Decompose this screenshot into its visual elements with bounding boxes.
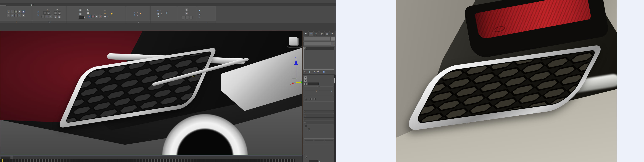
align-y-button[interactable] — [186, 16, 189, 19]
element-mode-icon[interactable]: ◆ — [22, 10, 25, 13]
steps-field[interactable] — [309, 160, 318, 162]
panel-scrollbar[interactable] — [334, 75, 336, 162]
by-vertex-checkbox[interactable] — [304, 76, 306, 78]
msmooth-button[interactable]: ⊞▾ — [158, 10, 162, 12]
track-bar-ruler[interactable] — [0, 159, 294, 162]
ignore-backfacing-checkbox[interactable] — [304, 80, 306, 82]
configure-modifier-sets-icon[interactable]: ▦ — [323, 70, 325, 73]
repeat-button[interactable]: ↻ — [87, 9, 90, 12]
dot-gap-icon[interactable]: -- — [45, 15, 48, 18]
grow-button[interactable]: ⛶ — [38, 11, 40, 13]
time-slider-marker[interactable] — [2, 159, 3, 162]
edge-mode-icon[interactable]: ⟋ — [11, 10, 14, 13]
frame-counter[interactable] — [0, 156, 11, 159]
preview-subobj-radio[interactable] — [310, 98, 312, 100]
loop-spinner[interactable]: ▲▼ — [331, 90, 332, 92]
next-frame-button[interactable] — [11, 156, 13, 159]
loop-shrink-icon[interactable]: ≡ — [47, 12, 50, 14]
ring-a-icon[interactable]: ▤ — [54, 15, 57, 18]
attach-button[interactable]: ◆▾ — [134, 14, 138, 16]
move-gizmo[interactable]: z — [280, 54, 302, 85]
show-end-result-icon[interactable]: ∥ — [309, 70, 310, 73]
relax-button[interactable]: ◖▾ — [134, 11, 138, 13]
constrain-normal-icon[interactable]: ↥ — [99, 15, 102, 18]
loop-button[interactable] — [320, 90, 331, 91]
preset-low-button[interactable] — [304, 140, 314, 141]
hierarchy-tab[interactable]: ⊞ — [314, 32, 319, 36]
pin-stack-icon[interactable]: ⊣ — [11, 14, 14, 17]
modifier-stack[interactable]: + — [304, 47, 334, 70]
qslice-button[interactable]: ✇ — [104, 10, 106, 12]
shrink-button[interactable]: ⛶ — [38, 14, 40, 16]
hard-button[interactable]: ◥ — [199, 10, 201, 12]
collapse-icon[interactable]: ● — [22, 14, 25, 17]
border-mode-icon[interactable]: ◻ — [14, 10, 18, 13]
use-displacement-button[interactable]: ▲ — [158, 15, 160, 18]
rollout-subdivision-displacement[interactable]: − — [304, 121, 334, 124]
create-button[interactable]: ✱ — [140, 12, 142, 15]
next-mod-icon[interactable]: ⇪ — [14, 14, 18, 17]
remove-modifier-icon[interactable]: ↺ — [317, 70, 319, 73]
iterations-spinner[interactable]: ▲▼ — [84, 16, 85, 18]
grow-button[interactable] — [320, 86, 334, 87]
viewport-canvas[interactable]: z — [0, 31, 302, 155]
regular-radio[interactable] — [305, 156, 308, 158]
ribbon-minimize-button[interactable]: ▣ ▾ — [29, 4, 35, 6]
motion-tab[interactable]: ◎ — [319, 32, 324, 36]
group-footer-properties[interactable]: ▼ — [197, 21, 216, 23]
subdivision-displacement-row[interactable] — [305, 125, 308, 127]
utilities-tab[interactable]: ⚒ — [330, 32, 335, 36]
preset-high-button[interactable] — [324, 140, 334, 141]
subdivision-displacement-checkbox[interactable] — [305, 125, 307, 127]
constrain-none-icon[interactable]: ✕ — [88, 15, 91, 18]
modifier-list-arrow[interactable]: ∨ — [331, 42, 335, 46]
constrain-face-icon[interactable]: ◆ — [95, 15, 98, 18]
split-mesh-row[interactable]: ✓ — [308, 128, 311, 130]
viewcube[interactable] — [287, 36, 302, 50]
preview-multi-radio[interactable] — [314, 98, 316, 100]
constrain-edge-icon[interactable]: ◇ — [92, 15, 95, 18]
rollout-edit-geometry[interactable]: + — [304, 114, 334, 117]
swift-loop-button[interactable]: ⚡ — [110, 12, 114, 15]
pin-stack-icon[interactable]: ⊣ — [304, 70, 305, 73]
viewcube-ring[interactable] — [287, 46, 302, 48]
smooth-30-button[interactable]: ◡ — [199, 15, 201, 18]
steps-spinner[interactable]: ▲▼ — [319, 160, 320, 162]
loop-grow-icon[interactable]: + — [44, 12, 46, 14]
dot-loop-icon[interactable]: ⋯ — [42, 15, 45, 18]
polygon-mode-icon[interactable]: ▰ — [18, 10, 21, 13]
by-angle-row[interactable]: ▲▼ — [304, 82, 320, 85]
rollout-subdivision-surface[interactable]: + — [304, 117, 334, 120]
to-view-button[interactable]: ◻ — [185, 8, 189, 12]
show-end-icon[interactable]: ⊺ — [18, 14, 21, 17]
modifier-list-dropdown[interactable] — [304, 42, 332, 46]
vertex-mode-icon[interactable]: ◣ — [7, 10, 10, 13]
ignore-backfacing-row[interactable] — [304, 80, 308, 82]
angle-spinner[interactable]: ▲▼ — [320, 83, 320, 85]
modify-tab[interactable]: ◠ — [308, 32, 314, 36]
ring-grow-icon[interactable]: + — [54, 12, 57, 14]
cut-button[interactable]: ✂ — [104, 12, 106, 15]
scrollbar-thumb[interactable] — [334, 78, 335, 83]
group-footer-modify-selection[interactable]: ▼ — [32, 21, 66, 23]
object-name-field[interactable] — [304, 37, 331, 41]
group-footer-geometry[interactable]: ▼ — [126, 21, 150, 23]
loop-button[interactable]: ▾ — [46, 9, 48, 11]
paint-options-icon[interactable]: ▨ — [79, 12, 82, 16]
viewcube-face[interactable] — [289, 37, 298, 45]
shrink-button[interactable] — [304, 86, 318, 87]
display-tab[interactable]: ▤ — [324, 32, 330, 36]
tessellate-button[interactable]: ▦▾ — [158, 12, 162, 15]
align-x-button[interactable] — [182, 16, 185, 19]
object-color-swatch[interactable] — [330, 37, 335, 41]
by-vertex-row[interactable] — [304, 76, 308, 78]
ring-button[interactable]: ≡ — [56, 9, 58, 11]
align-z-button[interactable] — [189, 16, 192, 19]
lock-selection-icon[interactable]: ▦ — [79, 8, 82, 12]
smooth-button[interactable]: ◡ — [199, 12, 201, 15]
group-footer-align[interactable] — [177, 21, 197, 23]
rollout-soft-selection[interactable]: + — [304, 110, 334, 113]
iterations-field[interactable] — [79, 16, 84, 19]
preset-medium-button[interactable] — [314, 140, 324, 141]
ring-button[interactable] — [304, 90, 316, 91]
